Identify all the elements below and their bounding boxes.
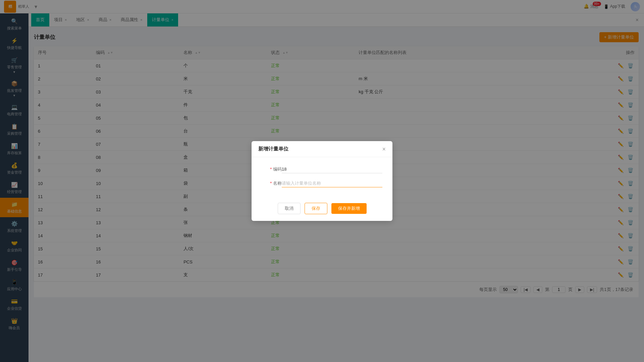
code-label: * 编码 bbox=[262, 166, 282, 172]
modal-close-button[interactable]: × bbox=[382, 146, 386, 152]
modal-body: * 编码 * 名称 bbox=[252, 157, 392, 199]
modal-header: 新增计量单位 × bbox=[252, 141, 392, 157]
modal-footer: 取消 保存 保存并新增 bbox=[252, 199, 392, 221]
modal-title: 新增计量单位 bbox=[258, 146, 288, 152]
required-mark: * bbox=[270, 167, 272, 172]
cancel-button[interactable]: 取消 bbox=[278, 203, 301, 214]
code-input[interactable] bbox=[282, 165, 382, 173]
name-input[interactable] bbox=[282, 179, 382, 187]
save-new-button[interactable]: 保存并新增 bbox=[331, 203, 367, 214]
required-mark-name: * bbox=[270, 181, 272, 186]
form-row-code: * 编码 bbox=[262, 165, 382, 173]
save-button[interactable]: 保存 bbox=[305, 203, 327, 214]
modal-overlay: 新增计量单位 × * 编码 * 名称 取消 保存 保存并新增 bbox=[0, 0, 644, 362]
form-row-name: * 名称 bbox=[262, 179, 382, 187]
add-unit-modal: 新增计量单位 × * 编码 * 名称 取消 保存 保存并新增 bbox=[252, 141, 392, 221]
name-label: * 名称 bbox=[262, 180, 282, 186]
